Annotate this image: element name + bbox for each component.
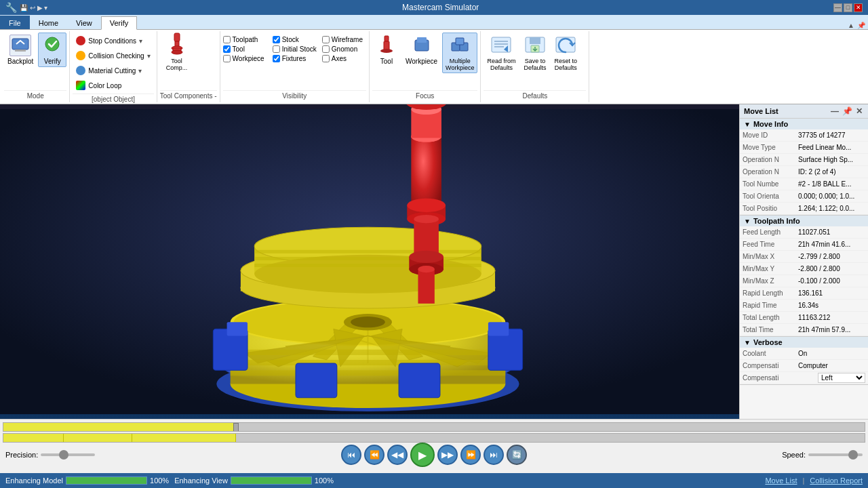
ribbon-group-focus-content: Tool Workpiece xyxy=(372,33,477,90)
close-button[interactable]: ✕ xyxy=(854,3,863,12)
tool-focus-button[interactable]: Tool xyxy=(372,33,401,67)
axes-checkbox[interactable] xyxy=(322,55,330,62)
tool-components-label: ToolComp... xyxy=(166,58,188,71)
compensation1-value: Computer xyxy=(798,362,828,369)
save-to-defaults-icon xyxy=(524,35,546,56)
panel-pin-button[interactable]: 📌 xyxy=(842,106,852,116)
skip-to-end-button[interactable]: ⏭ xyxy=(484,445,504,465)
tool-checkbox-row[interactable]: Tool xyxy=(223,45,267,54)
total-length-label: Total Length xyxy=(743,314,798,321)
tab-view[interactable]: View xyxy=(67,16,101,29)
material-cutting-button[interactable]: Material Cutting ▾ xyxy=(73,64,153,77)
minimize-button[interactable]: — xyxy=(833,3,842,12)
compensation2-row[interactable]: Compensati Left Right Center xyxy=(740,372,868,384)
wireframe-checkbox-row[interactable]: Wireframe xyxy=(322,35,366,44)
window-controls[interactable]: — □ ✕ xyxy=(833,3,863,12)
fixtures-checkbox-row[interactable]: Fixtures xyxy=(273,54,317,63)
main-progress-bar-row[interactable] xyxy=(3,422,865,432)
verify-button[interactable]: Verify xyxy=(38,33,66,67)
total-length-value: 11163.212 xyxy=(798,314,830,321)
collision-report-link[interactable]: Collision Report xyxy=(810,476,863,485)
toolpath-info-header[interactable]: ▼ Toolpath Info xyxy=(740,216,868,226)
total-time-row: Total Time 21h 47min 57.9... xyxy=(740,324,868,336)
step-forward-button[interactable]: ⏩ xyxy=(460,445,481,465)
stock-checkbox-row[interactable]: Stock xyxy=(273,35,317,44)
reset-to-defaults-button[interactable]: Reset toDefaults xyxy=(551,33,580,73)
reset-to-defaults-icon xyxy=(555,35,576,56)
panel-scroll-area[interactable]: ▼ Move Info Move ID 37735 of 14277 Move … xyxy=(740,119,868,419)
ribbon-group-mode-content: Backplot Verify xyxy=(4,33,66,90)
feed-time-row: Feed Time 21h 47min 41.6... xyxy=(740,239,868,251)
collision-arrow: ▾ xyxy=(147,52,151,60)
wireframe-checkbox[interactable] xyxy=(322,36,330,43)
enhancing-model-progress-bar xyxy=(66,476,147,485)
controls-row: Precision: ⏮ ⏪ ◀◀ ▶ ▶▶ ⏩ ⏭ 🔄 Speed: xyxy=(0,444,868,466)
workpiece-checkbox[interactable] xyxy=(223,55,231,62)
fast-forward-button[interactable]: ▶▶ xyxy=(437,445,458,465)
tool-components-button[interactable]: ToolComp... xyxy=(160,33,194,73)
material-cutting-label: Material Cutting xyxy=(88,67,136,75)
panel-minimize-button[interactable]: — xyxy=(830,106,840,116)
quick-access: 💾 ↩ ▶ ▾ xyxy=(20,4,47,12)
read-from-defaults-button[interactable]: Read fromDefaults xyxy=(484,33,519,73)
ribbon-collapse-icon[interactable]: ▲ xyxy=(848,22,854,29)
stock-checkbox[interactable] xyxy=(273,36,280,43)
panel-close-button[interactable]: ✕ xyxy=(854,106,864,116)
svg-point-64 xyxy=(409,251,443,263)
skip-to-start-button[interactable]: ⏮ xyxy=(341,445,361,465)
compensation2-label: Compensati xyxy=(743,374,798,382)
coolant-label: Coolant xyxy=(743,350,798,357)
ribbon-group-defaults: Read fromDefaults Save toDefaults xyxy=(481,31,589,102)
workpiece-focus-label: Workpiece xyxy=(406,58,437,65)
stop-conditions-button[interactable]: Stop Conditions ▾ xyxy=(73,34,153,47)
initial-stock-label: Initial Stock xyxy=(282,45,317,53)
toolpath-checkbox-row[interactable]: Toolpath xyxy=(223,35,267,44)
move-list-link[interactable]: Move List xyxy=(765,476,797,485)
gnomon-checkbox[interactable] xyxy=(322,45,330,53)
workpiece-checkbox-row[interactable]: Workpiece xyxy=(223,54,267,63)
tab-file[interactable]: File xyxy=(0,16,30,29)
multiple-workpiece-focus-button[interactable]: MultipleWorkpiece xyxy=(442,33,477,73)
play-button[interactable]: ▶ xyxy=(410,443,435,467)
compensation2-select[interactable]: Left Right Center xyxy=(818,373,865,383)
compensation1-label: Compensati xyxy=(743,362,798,369)
tool-number-value: #2 - 1/8 BALL E... xyxy=(798,180,852,188)
toolpath-checkbox[interactable] xyxy=(223,36,231,43)
initial-stock-checkbox[interactable] xyxy=(273,45,280,53)
tool-checkbox[interactable] xyxy=(223,45,231,53)
tab-verify[interactable]: Verify xyxy=(101,16,138,30)
color-loop-button[interactable]: Color Loop xyxy=(73,79,153,92)
precision-slider[interactable] xyxy=(41,453,95,456)
move-info-header[interactable]: ▼ Move Info xyxy=(740,119,868,129)
enhancing-model-status: Enhancing Model 100% xyxy=(5,476,169,485)
gnomon-checkbox-row[interactable]: Gnomon xyxy=(322,45,366,54)
tab-home[interactable]: Home xyxy=(30,16,67,29)
collision-checking-button[interactable]: Collision Checking ▾ xyxy=(73,49,153,62)
viewport[interactable] xyxy=(0,104,739,419)
main-progress-bar-bg[interactable] xyxy=(3,422,865,432)
verbose-header[interactable]: ▼ Verbose xyxy=(740,337,868,348)
step-back-button[interactable]: ⏪ xyxy=(364,445,384,465)
segment-progress-bar-row[interactable] xyxy=(3,433,865,443)
svg-point-67 xyxy=(418,266,434,272)
maximize-button[interactable]: □ xyxy=(844,3,852,12)
loop-button[interactable]: 🔄 xyxy=(507,445,527,465)
save-to-defaults-button[interactable]: Save toDefaults xyxy=(520,33,549,73)
verify-icon xyxy=(41,35,63,56)
axes-checkbox-row[interactable]: Axes xyxy=(322,54,366,63)
ribbon-pin-icon[interactable]: 📌 xyxy=(857,22,865,29)
move-info-section: ▼ Move Info Move ID 37735 of 14277 Move … xyxy=(740,119,868,216)
speed-row: Speed: xyxy=(782,451,863,459)
rewind-button[interactable]: ◀◀ xyxy=(387,445,408,465)
svg-rect-15 xyxy=(456,38,464,45)
fixtures-checkbox[interactable] xyxy=(273,55,280,62)
workpiece-focus-button[interactable]: Workpiece xyxy=(402,33,441,67)
main-progress-thumb[interactable] xyxy=(233,423,239,432)
speed-slider[interactable] xyxy=(808,453,863,456)
workpiece-label: Workpiece xyxy=(233,55,264,62)
segment-progress-bar-bg[interactable] xyxy=(3,433,865,443)
main-progress-bar-fill xyxy=(3,423,236,431)
toolpath-info-section: ▼ Toolpath Info Feed Length 11027.051 Fe… xyxy=(740,216,868,337)
backplot-button[interactable]: Backplot xyxy=(4,33,37,67)
initial-stock-checkbox-row[interactable]: Initial Stock xyxy=(273,45,317,54)
